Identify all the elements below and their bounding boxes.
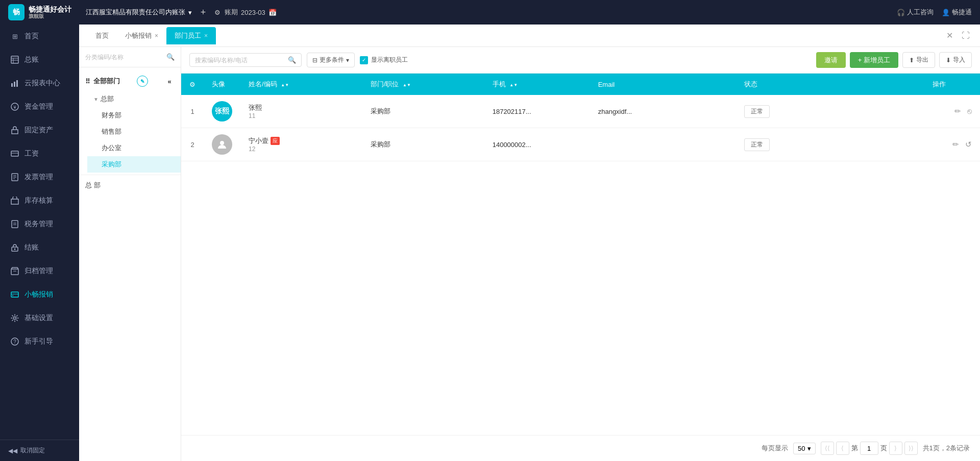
dept-node-office[interactable]: 办公室 <box>87 140 181 156</box>
page-number-input[interactable] <box>860 442 878 455</box>
th-actions: 操作 <box>899 74 980 95</box>
sidebar-item-tax[interactable]: 税务管理 <box>0 212 79 236</box>
home-icon: ⊞ <box>10 32 19 41</box>
page-last-button[interactable]: ⟩⟩ <box>904 442 918 455</box>
sidebar-item-settings[interactable]: 基础设置 <box>0 306 79 330</box>
th-settings[interactable]: ⚙ <box>181 74 204 95</box>
tab-close-expense[interactable]: × <box>155 32 158 39</box>
page-content: 🔍 ⠿ 全部部门 ✎ « ▼ 总部 <box>79 47 980 461</box>
add-employee-button[interactable]: + 新增员工 <box>850 52 898 68</box>
dept-edit-button[interactable]: ✎ <box>137 76 148 87</box>
sort-phone-icon: ▲▼ <box>509 83 518 87</box>
per-page-chevron-icon: ▾ <box>807 445 811 452</box>
grid-icon: ⠿ <box>85 78 90 85</box>
page-current-display: 第 页 <box>851 442 887 455</box>
dept-collapse-button[interactable]: « <box>164 76 175 86</box>
svg-rect-6 <box>16 80 18 87</box>
action-icons: ✏↺ <box>907 140 972 149</box>
sidebar-item-assets[interactable]: 固定资产 <box>0 118 79 142</box>
export-button[interactable]: ⬆ 导出 <box>902 52 935 68</box>
sidebar-item-home[interactable]: ⊞ 首页 <box>0 25 79 48</box>
th-name[interactable]: 姓名/编码 ▲▼ <box>240 74 362 95</box>
checkbox-icon: ✓ <box>360 56 368 64</box>
avatar: 张熙 <box>212 101 232 122</box>
per-page-select[interactable]: 50 ▾ <box>793 443 815 454</box>
sidebar-item-funds[interactable]: ¥ 资金管理 <box>0 95 79 118</box>
invite-button[interactable]: 邀请 <box>816 52 846 68</box>
page-next-button[interactable]: ⟩ <box>889 442 902 455</box>
expense-icon <box>10 290 19 299</box>
page-prev-button[interactable]: ⟨ <box>836 442 849 455</box>
th-dept[interactable]: 部门/职位 ▲▼ <box>362 74 484 95</box>
dept-all-item[interactable]: ⠿ 全部部门 ✎ « <box>79 71 181 91</box>
action-icons: ✏⎋ <box>907 107 972 116</box>
import-button[interactable]: ⬇ 导入 <box>939 52 972 68</box>
filter-button[interactable]: ⊟ 更多条件 ▾ <box>307 53 355 67</box>
svg-point-30 <box>220 141 224 145</box>
app-logo: 畅 畅捷通好会计 旗舰版 <box>8 4 71 20</box>
tab-expense[interactable]: 小畅报销 × <box>117 27 166 44</box>
th-phone[interactable]: 手机 ▲▼ <box>484 74 590 95</box>
row-avatar-cell <box>204 128 240 161</box>
delete-icon[interactable]: ↺ <box>965 140 972 149</box>
sidebar-item-reports[interactable]: 云报表中心 <box>0 71 79 95</box>
sidebar-item-close[interactable]: 结账 <box>0 236 79 259</box>
close-window-button[interactable]: ✕ <box>943 30 955 42</box>
sidebar-item-ledger[interactable]: 总账 <box>0 48 79 71</box>
tab-home[interactable]: 首页 <box>87 27 117 44</box>
row-name-cell: 张熙11 <box>240 95 362 128</box>
show-resigned-checkbox[interactable]: ✓ 显示离职员工 <box>360 56 408 64</box>
dept-node-purchase[interactable]: 采购部 <box>87 156 181 173</box>
sidebar-item-invoice[interactable]: 发票管理 <box>0 165 79 189</box>
row-num: 2 <box>181 128 204 161</box>
dept-node-finance[interactable]: 财务部 <box>87 107 181 124</box>
sidebar-item-salary[interactable]: 工资 <box>0 142 79 165</box>
dept-search-input[interactable] <box>85 54 163 61</box>
dept-node-hq[interactable]: ▼ 总部 <box>87 91 181 107</box>
search-icon[interactable]: 🔍 <box>288 56 296 64</box>
add-tab-button[interactable]: + <box>196 5 210 19</box>
dept-node-zongbu[interactable]: 总 部 <box>79 177 181 193</box>
sidebar-item-inventory[interactable]: 库存核算 <box>0 189 79 212</box>
maximize-window-button[interactable]: ⛶ <box>960 30 972 42</box>
svg-rect-16 <box>11 199 18 204</box>
headset-icon: 🎧 <box>897 9 905 16</box>
dept-panel: 🔍 ⠿ 全部部门 ✎ « ▼ 总部 <box>79 47 181 461</box>
svg-point-27 <box>14 317 16 320</box>
edit-icon[interactable]: ✏ <box>952 140 959 149</box>
sidebar-item-guide[interactable]: ? 新手引导 <box>0 330 79 353</box>
employee-code: 11 <box>249 112 354 119</box>
row-email-cell <box>590 128 737 161</box>
support-button[interactable]: 🎧 人工咨询 <box>897 8 934 17</box>
filter-icon: ⊟ <box>312 57 317 64</box>
tab-close-dept-employee[interactable]: × <box>204 32 208 39</box>
sidebar-bottom: ◀◀ 取消固定 <box>0 440 79 461</box>
employee-search-input[interactable] <box>195 57 285 64</box>
export-icon: ⬆ <box>909 57 914 64</box>
user-button[interactable]: 👤 畅捷通 <box>942 8 972 17</box>
user-icon: 👤 <box>942 9 950 16</box>
company-selector[interactable]: 江西服宝精品有限责任公司内账张 ▾ <box>82 6 196 19</box>
logout-icon[interactable]: ⎋ <box>967 107 972 116</box>
sidebar-label-home: 首页 <box>24 32 39 41</box>
edit-icon[interactable]: ✏ <box>954 107 961 116</box>
unfix-button[interactable]: ◀◀ 取消固定 <box>8 446 71 455</box>
tax-icon <box>10 220 19 229</box>
dept-search-icon[interactable]: 🔍 <box>166 53 175 61</box>
tab-bar: 首页 小畅报销 × 部门员工 × ✕ ⛶ <box>79 25 980 47</box>
calendar-icon[interactable]: 📅 <box>268 9 277 16</box>
svg-text:?: ? <box>13 339 16 345</box>
row-phone-cell: 187202117... <box>484 95 590 128</box>
sidebar-item-expense[interactable]: 小畅报销 <box>0 283 79 306</box>
employee-name: 宁小壹 应 <box>249 136 354 145</box>
row-dept-cell: 采购部 <box>362 128 484 161</box>
settings-icon[interactable]: ⚙ <box>210 5 225 19</box>
page-first-button[interactable]: ⟨⟨ <box>821 442 834 455</box>
svg-rect-24 <box>11 292 18 297</box>
name-badge-wrap: 宁小壹 应 <box>249 136 280 145</box>
dept-node-sales[interactable]: 销售部 <box>87 124 181 140</box>
tab-dept-employee[interactable]: 部门员工 × <box>166 27 216 44</box>
employee-name: 张熙 <box>249 103 354 112</box>
sidebar-item-archive[interactable]: 归档管理 <box>0 259 79 283</box>
row-dept-cell: 采购部 <box>362 95 484 128</box>
